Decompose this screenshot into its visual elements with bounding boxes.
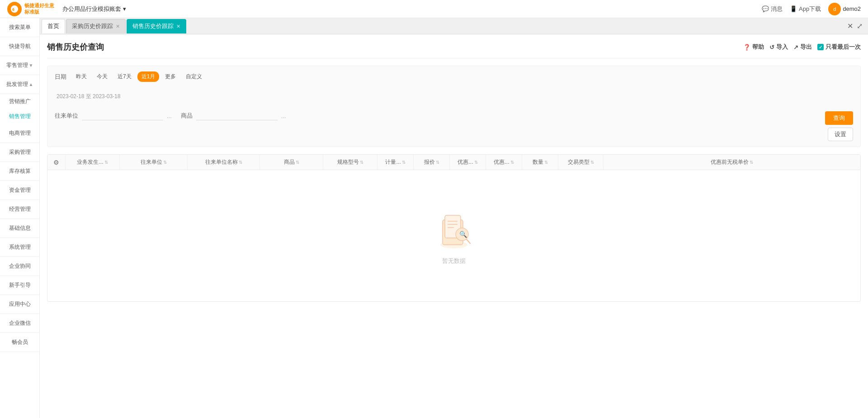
sidebar-item-wholesale[interactable]: 批发管理 ▲ [0,75,39,94]
date-btn-yesterday[interactable]: 昨天 [72,71,91,82]
th-unit[interactable]: 计量... ⇅ [377,155,414,170]
page-content: 销售历史价查询 ❓ 帮助 ↺ 导入 ↗ 导出 [40,34,868,418]
sidebar-item-search[interactable]: 搜索菜单 [0,18,39,37]
settings-button[interactable]: 设置 [828,128,853,141]
date-btn-1month[interactable]: 近1月 [137,71,160,82]
th-discount1[interactable]: 优惠... ⇅ [450,155,486,170]
app-download-button[interactable]: 📱 App下载 [790,5,821,13]
th-date[interactable]: 业务发生... ⇅ [66,155,120,170]
sidebar-item-purchase[interactable]: 采购管理 [0,143,39,162]
sort-icon-unit: ⇅ [402,160,406,165]
sidebar-item-wechat[interactable]: 企业微信 [0,314,39,333]
sidebar-item-newbie[interactable]: 新手引导 [0,276,39,295]
tab-sales-close-icon[interactable]: ✕ [176,24,180,29]
tab-close-button[interactable]: ✕ [847,22,853,30]
sort-icon-discount2: ⇅ [510,160,514,165]
tab-home[interactable]: 首页 [42,19,65,33]
th-unit-code-label: 往来单位 [141,158,162,166]
logo-area: 6 畅捷通好生意 标准版 [7,2,54,16]
sort-icon-date: ⇅ [104,160,108,165]
sort-icon-discount1: ⇅ [474,160,478,165]
th-notax-price[interactable]: 优惠前无税单价 ⇅ [604,155,860,170]
logo-icon: 6 [7,2,22,16]
tab-purchase-close-icon[interactable]: ✕ [116,24,120,29]
th-notax-label: 优惠前无税单价 [711,158,749,166]
page-title-bar: 销售历史价查询 ❓ 帮助 ↺ 导入 ↗ 导出 [47,42,861,58]
sidebar-label-inventory: 库存核算 [9,167,31,175]
sidebar-item-finance[interactable]: 资金管理 [0,181,39,200]
sidebar-item-appstore[interactable]: 应用中心 [0,295,39,314]
th-spec-label: 规格型号 [337,158,359,166]
sort-icon-price: ⇅ [436,160,439,165]
date-btn-today[interactable]: 今天 [93,71,112,82]
sidebar-label-operations: 经营管理 [9,205,31,213]
tab-maximize-button[interactable]: ⤢ [857,22,863,30]
sidebar-item-shortcuts[interactable]: 快捷导航 [0,37,39,56]
topbar-left: 6 畅捷通好生意 标准版 办公用品行业模拟账套 ▾ [7,2,130,16]
export-button[interactable]: ↗ 导出 [793,43,812,51]
th-product[interactable]: 商品 ⇅ [260,155,323,170]
tab-purchase-history[interactable]: 采购历史价跟踪 ✕ [66,19,126,33]
product-filter-dots[interactable]: ... [281,113,286,119]
import-button[interactable]: ↺ 导入 [769,43,788,51]
th-unit-code[interactable]: 往来单位 ⇅ [120,155,188,170]
export-icon: ↗ [793,44,798,51]
message-button[interactable]: 💬 消息 [762,5,783,13]
unit-filter-input[interactable] [82,111,163,120]
help-button[interactable]: ❓ 帮助 [743,43,764,51]
sidebar-item-retail[interactable]: 零售管理 ▼ [0,56,39,75]
sidebar-item-basic[interactable]: 基础信息 [0,219,39,238]
sidebar-item-sales[interactable]: 销售管理 [0,109,39,124]
date-btn-more[interactable]: 更多 [161,71,180,82]
sidebar-label-search: 搜索菜单 [9,24,31,31]
sidebar-item-ecommerce[interactable]: 电商管理 [0,124,39,143]
th-qty-label: 数量 [533,158,543,166]
sidebar-item-system[interactable]: 系统管理 [0,238,39,257]
sort-icon-notax: ⇅ [750,160,753,165]
page-title-text: 销售历史价查询 [47,42,104,52]
filter-section-unit: 往来单位 ... [55,111,172,120]
user-area[interactable]: d demo2 [828,3,861,15]
sidebar-label-sales: 销售管理 [9,113,31,119]
th-date-label: 业务发生... [77,158,103,166]
th-spec[interactable]: 规格型号 ⇅ [323,155,377,170]
unit-filter-dots[interactable]: ... [167,113,172,119]
sidebar-label-member: 畅会员 [12,338,28,346]
sidebar-item-inventory[interactable]: 库存核算 [0,162,39,181]
sidebar-label-wholesale: 批发管理 [6,81,28,88]
message-icon: 💬 [762,5,769,12]
sidebar-label-shortcuts: 快捷导航 [9,43,31,50]
unit-filter-label: 往来单位 [55,112,78,120]
logo-text: 畅捷通好生意 标准版 [24,3,54,14]
tab-sales-history[interactable]: 销售历史价跟踪 ✕ [127,19,186,33]
sort-icon-spec: ⇅ [360,160,363,165]
svg-text:6: 6 [12,7,14,12]
sidebar-label-appstore: 应用中心 [9,300,31,308]
query-button[interactable]: 查询 [825,111,853,125]
th-qty[interactable]: 数量 ⇅ [522,155,558,170]
product-filter-input[interactable] [196,111,278,120]
th-unit-name[interactable]: 往来单位名称 ⇅ [188,155,260,170]
sidebar-label-wechat: 企业微信 [9,319,31,327]
th-price[interactable]: 报价 ⇅ [414,155,450,170]
tab-bar: 首页 采购历史价跟踪 ✕ 销售历史价跟踪 ✕ ✕ ⤢ [40,18,868,34]
tab-home-label: 首页 [47,22,59,30]
app-selector[interactable]: 办公用品行业模拟账套 ▾ [59,5,130,13]
date-btn-7days[interactable]: 近7天 [113,71,136,82]
main-layout: 搜索菜单 快捷导航 零售管理 ▼ 批发管理 ▲ 营销推广 销售管理 电商管理 采… [0,18,868,418]
sidebar-item-member[interactable]: 畅会员 [0,333,39,352]
page-title-actions: ❓ 帮助 ↺ 导入 ↗ 导出 只看最后一次 [743,43,861,51]
sidebar-item-marketing[interactable]: 营销推广 [0,94,39,109]
date-btn-custom[interactable]: 自定义 [182,71,206,82]
data-table: ⚙ 业务发生... ⇅ 往来单位 ⇅ 往来单位名称 ⇅ [47,154,861,302]
gear-icon[interactable]: ⚙ [53,159,59,166]
sidebar-item-operations[interactable]: 经营管理 [0,200,39,219]
th-settings[interactable]: ⚙ [47,155,66,170]
only-last-checkbox[interactable]: 只看最后一次 [817,43,861,51]
th-unit-name-label: 往来单位名称 [205,158,238,166]
content-area: 首页 采购历史价跟踪 ✕ 销售历史价跟踪 ✕ ✕ ⤢ 销售历史价查询 [40,18,868,418]
th-trade-type[interactable]: 交易类型 ⇅ [558,155,604,170]
sidebar-item-enterprise[interactable]: 企业协同 [0,257,39,276]
th-discount2[interactable]: 优惠... ⇅ [486,155,522,170]
sidebar-label-retail: 零售管理 [6,62,28,69]
